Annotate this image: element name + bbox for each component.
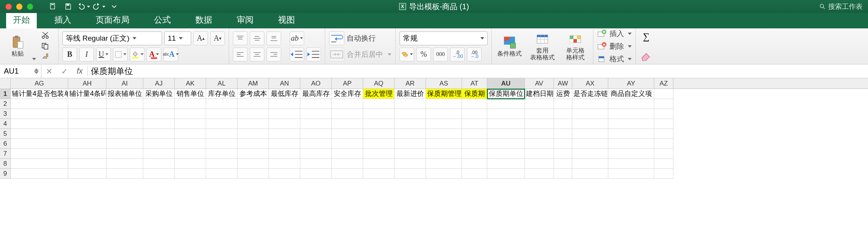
cell-AU7[interactable] xyxy=(487,149,525,159)
decrease-decimal-button[interactable]: .00→.0 xyxy=(467,48,481,61)
cell-AM5[interactable] xyxy=(237,129,269,139)
cell-AL4[interactable] xyxy=(206,119,237,129)
cell-AK5[interactable] xyxy=(175,129,206,139)
cell-AY5[interactable] xyxy=(608,129,654,139)
cell-AO7[interactable] xyxy=(300,149,332,159)
cell-AP5[interactable] xyxy=(332,129,363,139)
column-header-AQ[interactable]: AQ xyxy=(363,78,395,89)
cell-AM2[interactable] xyxy=(237,99,269,109)
row-header-5[interactable]: 5 xyxy=(0,129,11,139)
column-header-AK[interactable]: AK xyxy=(175,78,206,89)
merge-center-button[interactable] xyxy=(329,48,344,61)
cell-AZ5[interactable] xyxy=(654,129,673,139)
column-header-AZ[interactable]: AZ xyxy=(654,78,673,89)
cell-AR7[interactable] xyxy=(395,149,426,159)
cell-AO1[interactable]: 最高库存 xyxy=(300,89,332,99)
cell-AG4[interactable] xyxy=(11,119,68,129)
cell-AO6[interactable] xyxy=(300,139,332,149)
borders-button[interactable] xyxy=(113,48,128,61)
cell-AL8[interactable] xyxy=(206,159,237,169)
cell-AW3[interactable] xyxy=(554,109,572,119)
cell-AN2[interactable] xyxy=(269,99,300,109)
paste-button[interactable]: 粘贴 xyxy=(4,30,31,63)
cell-AN4[interactable] xyxy=(269,119,300,129)
column-header-AS[interactable]: AS xyxy=(426,78,462,89)
cell-AI3[interactable] xyxy=(106,109,143,119)
cell-AW2[interactable] xyxy=(554,99,572,109)
cell-AK1[interactable]: 销售单位 xyxy=(175,89,206,99)
paste-dropdown-icon[interactable] xyxy=(32,58,36,60)
cell-AZ3[interactable] xyxy=(654,109,673,119)
select-all-corner[interactable] xyxy=(0,78,11,89)
column-header-AU[interactable]: AU xyxy=(487,78,525,89)
cell-AL9[interactable] xyxy=(206,169,237,179)
align-bottom-button[interactable] xyxy=(267,31,281,45)
tab-home[interactable]: 开始 xyxy=(6,12,37,28)
cell-AI1[interactable]: 报表辅单位 xyxy=(106,89,143,99)
cell-AL5[interactable] xyxy=(206,129,237,139)
conditional-format-button[interactable]: 条件格式 xyxy=(496,35,523,58)
align-middle-button[interactable] xyxy=(250,31,264,45)
cell-AG6[interactable] xyxy=(11,139,68,149)
cell-AR2[interactable] xyxy=(395,99,426,109)
cell-AH8[interactable] xyxy=(68,159,106,169)
cell-AY8[interactable] xyxy=(608,159,654,169)
cell-AJ5[interactable] xyxy=(143,129,175,139)
cancel-formula-button[interactable]: ✕ xyxy=(41,67,57,76)
cell-AK7[interactable] xyxy=(175,149,206,159)
cell-AX3[interactable] xyxy=(572,109,608,119)
cell-AH4[interactable] xyxy=(68,119,106,129)
cut-button[interactable] xyxy=(39,30,52,40)
search-box[interactable]: 搜索工作表 xyxy=(819,2,863,11)
cell-AM1[interactable]: 参考成本 xyxy=(237,89,269,99)
orientation-button[interactable]: ab xyxy=(290,31,304,45)
column-header-AY[interactable]: AY xyxy=(608,78,654,89)
cell-AV6[interactable] xyxy=(525,139,554,149)
cell-AY4[interactable] xyxy=(608,119,654,129)
cell-AQ4[interactable] xyxy=(363,119,395,129)
cell-AP4[interactable] xyxy=(332,119,363,129)
cell-AO3[interactable] xyxy=(300,109,332,119)
column-header-AX[interactable]: AX xyxy=(572,78,608,89)
cell-AK3[interactable] xyxy=(175,109,206,119)
cell-AI2[interactable] xyxy=(106,99,143,109)
currency-button[interactable] xyxy=(400,48,414,61)
cell-AR9[interactable] xyxy=(395,169,426,179)
insert-cells-button[interactable]: 插入 xyxy=(597,29,632,39)
align-left-button[interactable] xyxy=(233,48,247,61)
cell-AT6[interactable] xyxy=(462,139,487,149)
cell-AM3[interactable] xyxy=(237,109,269,119)
increase-decimal-button[interactable]: .0→.00 xyxy=(450,48,465,61)
cell-AQ5[interactable] xyxy=(363,129,395,139)
cell-AH6[interactable] xyxy=(68,139,106,149)
cell-AM9[interactable] xyxy=(237,169,269,179)
cell-AG8[interactable] xyxy=(11,159,68,169)
cell-AS4[interactable] xyxy=(426,119,462,129)
cell-AM8[interactable] xyxy=(237,159,269,169)
cell-AS6[interactable] xyxy=(426,139,462,149)
cell-AH3[interactable] xyxy=(68,109,106,119)
cell-AH5[interactable] xyxy=(68,129,106,139)
tab-insert[interactable]: 插入 xyxy=(47,12,78,28)
name-box-stepper[interactable] xyxy=(34,68,39,74)
number-format-combo[interactable]: 常规 xyxy=(400,31,488,45)
cell-AR3[interactable] xyxy=(395,109,426,119)
cell-AG3[interactable] xyxy=(11,109,68,119)
cell-AV5[interactable] xyxy=(525,129,554,139)
cell-AX2[interactable] xyxy=(572,99,608,109)
cell-AM6[interactable] xyxy=(237,139,269,149)
cell-AS9[interactable] xyxy=(426,169,462,179)
cell-AQ9[interactable] xyxy=(363,169,395,179)
row-header-7[interactable]: 7 xyxy=(0,149,11,159)
cell-AT3[interactable] xyxy=(462,109,487,119)
cell-AX1[interactable]: 是否走冻链 xyxy=(572,89,608,99)
cell-AW7[interactable] xyxy=(554,149,572,159)
italic-button[interactable]: I xyxy=(79,48,94,61)
cell-AS2[interactable] xyxy=(426,99,462,109)
cell-AG5[interactable] xyxy=(11,129,68,139)
cell-AK4[interactable] xyxy=(175,119,206,129)
cell-AT5[interactable] xyxy=(462,129,487,139)
fill-color-button[interactable] xyxy=(130,48,144,61)
tab-formulas[interactable]: 公式 xyxy=(147,12,178,28)
cell-AT4[interactable] xyxy=(462,119,487,129)
